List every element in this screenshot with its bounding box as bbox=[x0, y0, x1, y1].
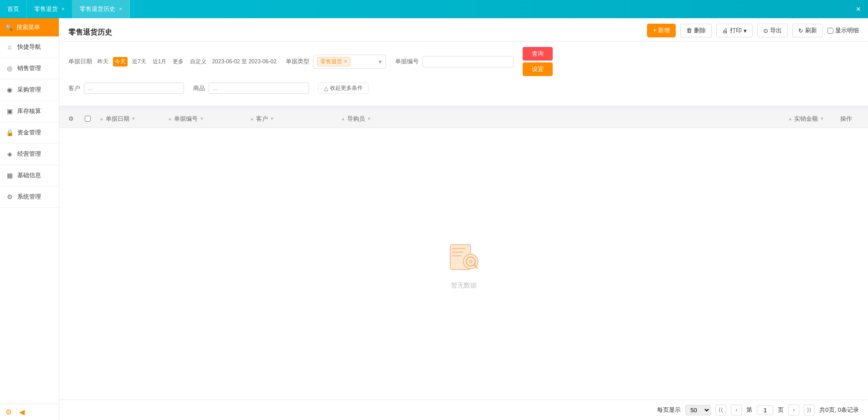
display-detail-checkbox[interactable] bbox=[827, 28, 833, 34]
bill-no-input[interactable] bbox=[422, 56, 514, 67]
sidebar-bottom: ⚙ ◀ bbox=[0, 404, 59, 420]
sort-desc-customer-icon[interactable]: ▼ bbox=[270, 116, 274, 121]
th-amount-label: 实销金额 bbox=[794, 115, 818, 123]
tab-retail-return[interactable]: 零售退货 × bbox=[27, 0, 72, 18]
first-page-button[interactable]: ⟨⟨ bbox=[715, 405, 726, 415]
tab-retail-return-history-close[interactable]: × bbox=[119, 6, 122, 12]
sidebar-item-finance[interactable]: 🔒 资金管理 bbox=[0, 122, 59, 143]
settings-bottom-icon[interactable]: ⚙ bbox=[5, 408, 12, 416]
sidebar-item-inventory[interactable]: ▣ 库存核算 bbox=[0, 101, 59, 122]
sort-desc-guide-icon[interactable]: ▼ bbox=[367, 116, 371, 121]
tab-retail-return-history[interactable]: 零售退货历史 × bbox=[72, 0, 130, 18]
sidebar-item-system-label: 系统管理 bbox=[17, 193, 41, 201]
bill-type-select[interactable]: 零售退货 × ▾ bbox=[313, 55, 386, 69]
sort-desc-bill-no-icon[interactable]: ▼ bbox=[200, 116, 204, 121]
sidebar-item-purchase[interactable]: ◉ 采购管理 bbox=[0, 79, 59, 101]
collapse-bar: △ 收起更多条件 bbox=[318, 81, 369, 96]
th-settings[interactable]: ⚙ bbox=[63, 115, 79, 122]
sidebar-search-label: 搜索菜单 bbox=[16, 23, 40, 31]
print-label: 打印 bbox=[730, 26, 742, 35]
filter-row-2: 客户 ... 商品 ... △ 收起更多条件 bbox=[68, 81, 859, 96]
export-icon: ⊙ bbox=[763, 27, 768, 34]
sort-desc-icon[interactable]: ▼ bbox=[131, 116, 136, 121]
page-title: 零售退货历史 bbox=[68, 28, 112, 37]
print-button[interactable]: 🖨 打印 ▾ bbox=[716, 24, 753, 37]
column-settings-icon[interactable]: ⚙ bbox=[68, 115, 74, 122]
sidebar-search[interactable]: 🔍 搜索菜单 bbox=[0, 18, 59, 36]
svg-rect-2 bbox=[452, 251, 463, 253]
date-range-display: 2023-06-02 至 2023-06-02 bbox=[212, 58, 276, 66]
prev-page-button[interactable]: ‹ bbox=[731, 405, 742, 415]
purchase-icon: ◉ bbox=[5, 86, 14, 94]
th-amount: ▲ 实销金额 ▼ bbox=[773, 115, 828, 123]
shortcut-yesterday[interactable]: 昨天 bbox=[96, 57, 110, 67]
last-page-button[interactable]: ⟩⟩ bbox=[804, 405, 815, 415]
goods-select[interactable]: ... bbox=[209, 82, 309, 94]
sidebar-item-finance-label: 资金管理 bbox=[17, 128, 41, 137]
delete-button[interactable]: 🗑 删除 bbox=[680, 24, 712, 37]
sidebar-item-quicknav[interactable]: ⌂ 快捷导航 bbox=[0, 36, 59, 58]
sort-asc-amount-icon[interactable]: ▲ bbox=[788, 116, 792, 121]
customer-select[interactable]: ... bbox=[84, 82, 184, 94]
empty-illustration bbox=[446, 238, 482, 274]
svg-rect-3 bbox=[452, 255, 461, 256]
shortcut-7days[interactable]: 近7天 bbox=[130, 57, 148, 67]
toolbar: + 新增 🗑 删除 🖨 打印 ▾ ⊙ 导出 ↻ 刷新 显示明细 bbox=[647, 24, 859, 41]
svg-rect-1 bbox=[452, 248, 466, 249]
bill-type-tag: 零售退货 × bbox=[317, 57, 350, 67]
operations-icon: ◈ bbox=[5, 150, 14, 158]
refresh-button[interactable]: ↻ 刷新 bbox=[792, 24, 823, 37]
bill-type-tag-text: 零售退货 bbox=[320, 58, 342, 66]
select-all-checkbox[interactable] bbox=[85, 116, 91, 122]
content-area: 零售退货历史 + 新增 🗑 删除 🖨 打印 ▾ ⊙ 导出 ↻ 刷新 bbox=[59, 18, 868, 420]
collapse-sidebar-icon[interactable]: ◀ bbox=[19, 408, 25, 416]
sidebar-item-operations[interactable]: ◈ 经营管理 bbox=[0, 143, 59, 165]
shortcut-1month[interactable]: 近1月 bbox=[151, 57, 169, 67]
th-bill-date: ▲ 单据日期 ▼ bbox=[96, 115, 164, 123]
page-label-pre: 第 bbox=[746, 406, 752, 414]
sidebar-item-sales[interactable]: ◎ 销售管理 bbox=[0, 58, 59, 79]
bill-type-label: 单据类型 bbox=[286, 57, 309, 66]
window-close-button[interactable]: × bbox=[848, 5, 868, 14]
next-page-button[interactable]: › bbox=[788, 405, 799, 415]
tab-retail-return-close[interactable]: × bbox=[62, 6, 65, 12]
sort-asc-customer-icon[interactable]: ▲ bbox=[250, 116, 254, 121]
tab-home[interactable]: 首页 bbox=[0, 0, 27, 18]
system-icon: ⚙ bbox=[5, 193, 14, 201]
collapse-button[interactable]: △ 收起更多条件 bbox=[318, 82, 369, 94]
shortcut-more[interactable]: 更多 bbox=[171, 57, 185, 67]
sort-asc-icon[interactable]: ▲ bbox=[99, 116, 104, 121]
sidebar-item-quicknav-label: 快捷导航 bbox=[17, 43, 41, 51]
bill-type-tag-close[interactable]: × bbox=[344, 58, 347, 65]
th-bill-date-label: 单据日期 bbox=[106, 115, 129, 123]
shortcut-custom[interactable]: 自定义 bbox=[188, 57, 208, 67]
per-page-select[interactable]: 50 100 200 bbox=[685, 405, 711, 415]
print-icon: 🖨 bbox=[722, 27, 728, 34]
settings-button[interactable]: 设置 bbox=[523, 62, 553, 76]
th-operation: 操作 bbox=[828, 115, 864, 123]
bill-date-label: 单据日期 bbox=[68, 57, 92, 66]
page-number-input[interactable] bbox=[757, 405, 773, 415]
table-container: ⚙ ▲ 单据日期 ▼ ▲ 单据编号 ▼ ▲ 客户 ▼ bbox=[59, 110, 868, 420]
search-icon: 🔍 bbox=[5, 24, 13, 31]
sort-desc-amount-icon[interactable]: ▼ bbox=[820, 116, 824, 121]
date-shortcuts: 昨天 今天 近7天 近1月 更多 自定义 bbox=[96, 57, 208, 67]
sidebar-item-basic-info[interactable]: ▦ 基础信息 bbox=[0, 165, 59, 186]
export-button[interactable]: ⊙ 导出 bbox=[757, 24, 788, 37]
new-button[interactable]: + 新增 bbox=[647, 24, 676, 37]
query-button[interactable]: 查询 bbox=[523, 47, 553, 61]
sort-asc-guide-icon[interactable]: ▲ bbox=[341, 116, 345, 121]
per-page-label: 每页显示 bbox=[657, 406, 681, 414]
query-settings-group: 查询 设置 bbox=[523, 47, 553, 76]
th-customer: ▲ 客户 ▼ bbox=[246, 115, 337, 123]
shortcut-today[interactable]: 今天 bbox=[113, 57, 128, 67]
print-chevron-icon: ▾ bbox=[744, 27, 747, 34]
refresh-label: 刷新 bbox=[805, 26, 817, 35]
sidebar-item-operations-label: 经营管理 bbox=[17, 150, 41, 158]
main-layout: 🔍 搜索菜单 ⌂ 快捷导航 ◎ 销售管理 ◉ 采购管理 ▣ 库存核算 🔒 资金管… bbox=[0, 18, 868, 420]
sort-asc-bill-no-icon[interactable]: ▲ bbox=[168, 116, 172, 121]
th-guide-label: 导购员 bbox=[347, 115, 365, 123]
tab-home-label: 首页 bbox=[7, 5, 19, 13]
sidebar-item-system[interactable]: ⚙ 系统管理 bbox=[0, 186, 59, 208]
th-checkbox bbox=[79, 116, 96, 122]
